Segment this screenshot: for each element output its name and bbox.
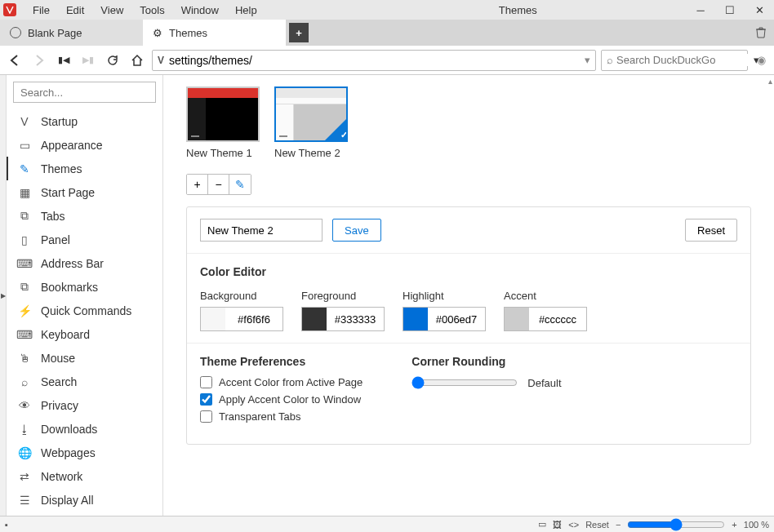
sidebar-item-label: Quick Commands <box>41 304 131 317</box>
home-button[interactable] <box>127 51 147 70</box>
color-hex-input[interactable] <box>428 308 485 330</box>
sidebar-item-startup[interactable]: VStartup <box>7 109 162 133</box>
menu-view[interactable]: View <box>92 2 131 18</box>
color-swatch[interactable] <box>505 308 529 330</box>
reload-button[interactable] <box>103 51 122 70</box>
appearance-icon: ▭ <box>18 139 31 152</box>
gear-icon: ⚙ <box>153 27 162 39</box>
theme-editor: Save Reset Color Editor Background <box>186 206 751 445</box>
new-tab-button[interactable]: + <box>289 23 309 42</box>
closed-tabs-trash-icon[interactable] <box>748 20 774 46</box>
color-swatch[interactable] <box>403 308 428 330</box>
theme-name: New Theme 2 <box>274 147 348 159</box>
zoom-out-icon[interactable]: − <box>616 520 621 530</box>
sidebar-item-appearance[interactable]: ▭Appearance <box>7 133 162 157</box>
sidebar-item-label: Search <box>41 375 77 388</box>
panel-icon[interactable]: ▪ <box>5 520 8 530</box>
zoom-slider[interactable] <box>627 518 725 531</box>
sidebar-item-themes[interactable]: ✎Themes <box>7 157 162 180</box>
checkbox[interactable] <box>200 410 212 423</box>
sidebar-item-display-all[interactable]: ☰Display All <box>7 488 162 512</box>
back-button[interactable] <box>5 51 24 70</box>
settings-search-input[interactable] <box>13 82 156 103</box>
sidebar-item-address-bar[interactable]: ⌨Address Bar <box>7 251 162 275</box>
search-input[interactable] <box>616 54 754 66</box>
menu-help[interactable]: Help <box>227 2 265 18</box>
sidebar-item-label: Tabs <box>41 210 65 223</box>
theme-name-input[interactable] <box>200 219 322 242</box>
sidebar-item-quick-commands[interactable]: ⚡Quick Commands <box>7 299 162 322</box>
settings-content: ▴ New Theme 1 New T <box>163 75 774 516</box>
sidebar-item-downloads[interactable]: ⭳Downloads <box>7 417 162 441</box>
sidebar-item-label: Webpages <box>41 446 96 459</box>
tab-blank-page[interactable]: Blank Page <box>0 20 143 46</box>
save-button[interactable]: Save <box>332 219 381 242</box>
reset-button[interactable]: Reset <box>685 219 737 242</box>
panel-toggle[interactable]: ▶ <box>0 75 7 516</box>
page-actions-icon[interactable]: <> <box>568 520 579 530</box>
address-dropdown-icon[interactable]: ▾ <box>585 54 590 66</box>
pref-accent-from-page[interactable]: Accent Color from Active Page <box>200 376 363 388</box>
quick-icon: ⚡ <box>18 304 31 317</box>
sidebar-item-webpages[interactable]: 🌐Webpages <box>7 441 162 464</box>
sidebar-item-label: Bookmarks <box>41 281 98 294</box>
color-hex-input[interactable] <box>225 308 282 330</box>
sidebar-item-mouse[interactable]: 🖱Mouse <box>7 346 162 370</box>
color-accent: Accent <box>504 290 587 331</box>
settings-sidebar: VStartup▭Appearance✎Themes▦Start Page⧉Ta… <box>7 75 163 516</box>
forward-button[interactable] <box>29 51 49 70</box>
checkbox[interactable] <box>200 393 212 406</box>
sidebar-item-network[interactable]: ⇄Network <box>7 464 162 488</box>
sidebar-item-keyboard[interactable]: ⌨Keyboard <box>7 322 162 346</box>
checkbox[interactable] <box>200 376 212 388</box>
tab-themes[interactable]: ⚙ Themes <box>143 20 286 46</box>
rewind-button[interactable]: ▮◀ <box>54 51 73 70</box>
menu-file[interactable]: File <box>24 2 58 18</box>
v-icon: V <box>18 115 31 128</box>
fast-forward-button[interactable]: ▶▮ <box>78 51 98 70</box>
sidebar-item-bookmarks[interactable]: ⧉Bookmarks <box>7 275 162 299</box>
maximize-button[interactable]: ☐ <box>715 0 745 20</box>
search-box[interactable]: ⌕ ▾ <box>601 50 748 71</box>
close-button[interactable]: ✕ <box>745 0 774 20</box>
sidebar-item-search[interactable]: ⌕Search <box>7 370 162 393</box>
edit-theme-button[interactable]: ✎ <box>229 175 251 194</box>
sidebar-item-privacy[interactable]: 👁Privacy <box>7 393 162 417</box>
pref-apply-to-window[interactable]: Apply Accent Color to Window <box>200 393 363 406</box>
tab-strip: Blank Page ⚙ Themes + <box>0 20 774 46</box>
menu-tools[interactable]: Tools <box>131 2 172 18</box>
image-toggle-icon[interactable]: 🖼 <box>553 520 562 530</box>
theme-thumbnail-2[interactable]: New Theme 2 <box>274 86 348 159</box>
tab-label: Blank Page <box>28 27 82 39</box>
globe-icon <box>10 27 21 38</box>
corner-rounding-slider[interactable] <box>411 376 518 389</box>
tiling-icon[interactable]: ▭ <box>538 519 546 530</box>
content-blocker-icon[interactable]: ◉ <box>753 54 769 66</box>
menu-window[interactable]: Window <box>173 2 227 18</box>
displayall-icon: ☰ <box>18 494 31 507</box>
menu-edit[interactable]: Edit <box>58 2 92 18</box>
theme-thumbnail-1[interactable]: New Theme 1 <box>186 86 260 159</box>
sidebar-item-label: Startup <box>41 115 78 128</box>
add-theme-button[interactable]: + <box>187 175 208 194</box>
sidebar-item-label: Address Bar <box>41 257 104 270</box>
minimize-button[interactable]: ─ <box>686 0 715 20</box>
sidebar-item-panel[interactable]: ▯Panel <box>7 228 162 251</box>
vivaldi-logo-icon[interactable] <box>3 3 16 16</box>
color-swatch[interactable] <box>302 308 327 330</box>
address-input[interactable] <box>169 54 585 67</box>
sidebar-item-start-page[interactable]: ▦Start Page <box>7 180 162 204</box>
color-swatch[interactable] <box>201 308 225 330</box>
bookmark-icon: ⧉ <box>18 280 31 294</box>
address-bar[interactable]: V ▾ <box>152 50 596 71</box>
color-editor-title: Color Editor <box>200 265 737 278</box>
zoom-reset[interactable]: Reset <box>585 520 609 530</box>
color-hex-input[interactable] <box>529 308 586 330</box>
zoom-in-icon[interactable]: + <box>732 520 736 530</box>
color-hex-input[interactable] <box>327 308 384 330</box>
scroll-up-icon[interactable]: ▴ <box>768 77 772 86</box>
remove-theme-button[interactable]: − <box>208 175 229 194</box>
search-icon: ⌕ <box>607 54 613 66</box>
pref-transparent-tabs[interactable]: Transparent Tabs <box>200 410 363 423</box>
sidebar-item-tabs[interactable]: ⧉Tabs <box>7 204 162 228</box>
